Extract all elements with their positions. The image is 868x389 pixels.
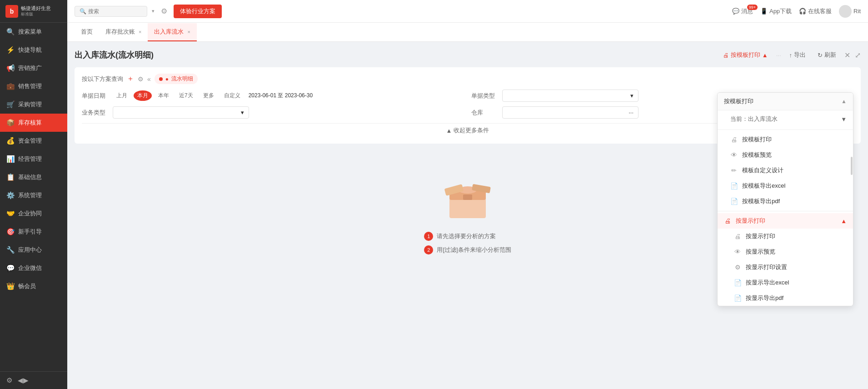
display-preview-label: 按显示预览 [746, 248, 775, 256]
search-input[interactable] [88, 8, 125, 15]
filter-collapse-icon[interactable]: « [147, 75, 151, 83]
doc-type-select[interactable]: ▾ [502, 90, 639, 102]
tab-flow-close-icon[interactable]: × [187, 29, 190, 35]
tab-flow-label: 出入库流水 [154, 28, 184, 36]
sidebar-item-operations[interactable]: 📊 经营管理 [0, 150, 67, 168]
topbar-chevron-icon[interactable]: ▾ [152, 8, 155, 14]
app-download-item[interactable]: 📱 App下载 [760, 7, 792, 15]
sidebar-item-system[interactable]: ⚙️ 系统管理 [0, 186, 67, 204]
topbar-gear-icon[interactable]: ⚙ [161, 7, 167, 15]
date-more-btn[interactable]: 更多 [200, 90, 218, 101]
active-filter-tag[interactable]: ● 流水明细 [155, 74, 198, 84]
warehouse-select[interactable]: ··· [502, 106, 639, 119]
export-button[interactable]: ↑ 导出 [786, 49, 810, 61]
business-type-filter-field: 业务类型 ▾ [82, 106, 464, 119]
basic-icon: 📋 [6, 173, 15, 181]
svg-rect-2 [463, 194, 472, 200]
template-design-label: 模板自定义设计 [742, 166, 783, 175]
dropdown-item-display-preview[interactable]: 👁 按显示预览 [718, 244, 853, 259]
tab-home[interactable]: 首页 [75, 23, 99, 41]
display-pdf-icon: 📄 [734, 294, 741, 302]
topbar-search-box[interactable]: 🔍 [75, 6, 147, 17]
dropdown-item-template-design[interactable]: ✏ 模板自定义设计 [718, 163, 853, 178]
dropdown-item-display-pdf[interactable]: 📄 按显示导出pdf [718, 290, 853, 306]
main-area: 🔍 ▾ ⚙ 体验行业方案 💬 消息 99+ 📱 App下载 🎧 在线客服 Rit [67, 0, 868, 389]
sidebar-footer: ⚙ ◀▶ [0, 371, 67, 389]
display-settings-label: 按显示打印设置 [746, 263, 787, 271]
current-template-label: 当前：出入库流水 [730, 115, 778, 123]
online-service-item[interactable]: 🎧 在线客服 [799, 7, 832, 15]
date-year-btn[interactable]: 本年 [155, 90, 173, 101]
dropdown-item-display-excel[interactable]: 📄 按显示导出excel [718, 275, 853, 290]
dropdown-current-template[interactable]: 当前：出入库流水 ▼ [718, 112, 853, 126]
step-1: 1 请先选择要分析的方案 [424, 232, 511, 241]
system-icon: ⚙️ [6, 191, 15, 199]
template-print-label: 按模板打印 [742, 135, 772, 144]
sidebar-item-quick-nav[interactable]: ⚡ 快捷导航 [0, 41, 67, 59]
marketing-icon: 📢 [6, 64, 15, 72]
sidebar-item-sales[interactable]: 💼 销售管理 [0, 77, 67, 95]
date-custom-btn[interactable]: 自定义 [220, 90, 244, 101]
display-excel-icon: 📄 [734, 279, 741, 286]
sidebar-item-appstore[interactable]: 🔧 应用中心 [0, 241, 67, 259]
filter-setting-icon[interactable]: ⚙ [138, 75, 144, 83]
topbar-right: 💬 消息 99+ 📱 App下载 🎧 在线客服 Rit [732, 5, 861, 18]
user-item[interactable]: Rit [839, 5, 861, 18]
dropdown-item-template-print[interactable]: 🖨 按模板打印 [718, 132, 853, 147]
dropdown-item-template-excel[interactable]: 📄 按模板导出excel [718, 178, 853, 194]
sidebar-item-finance[interactable]: 💰 资金管理 [0, 132, 67, 150]
sidebar-item-vip[interactable]: 👑 畅会员 [0, 277, 67, 295]
scroll-thumb[interactable] [851, 157, 853, 175]
business-type-select[interactable]: ▾ [113, 106, 249, 119]
sidebar-item-guide[interactable]: 🎯 新手引导 [0, 223, 67, 241]
sales-icon: 💼 [6, 82, 15, 90]
expand-icon[interactable]: ⤢ [855, 51, 861, 60]
date-prev-month-btn[interactable]: 上月 [113, 90, 131, 101]
dropdown-item-template-pdf[interactable]: 📄 按模板导出pdf [718, 194, 853, 209]
sidebar-item-collab[interactable]: 🤝 企业协同 [0, 204, 67, 223]
close-icon[interactable]: ✕ [844, 51, 850, 60]
sidebar-item-basic[interactable]: 📋 基础信息 [0, 168, 67, 186]
sidebar-item-purchase[interactable]: 🛒 采购管理 [0, 95, 67, 114]
tab-batch-account-label: 库存批次账 [105, 28, 135, 36]
filter-add-icon[interactable]: ＋ [127, 74, 134, 84]
dropdown-item-display-print[interactable]: 🖨 按显示打印 [718, 229, 853, 244]
step-2: 2 用[过滤]条件来缩小分析范围 [424, 245, 511, 254]
sidebar-item-marketing[interactable]: 📢 营销推广 [0, 59, 67, 77]
sidebar-item-label: 畅会员 [18, 282, 36, 290]
refresh-icon: ↻ [818, 52, 823, 59]
tab-batch-close-icon[interactable]: × [139, 29, 141, 35]
purchase-icon: 🛒 [6, 100, 15, 109]
dropdown-header: 按模板打印 ▲ [718, 93, 853, 110]
chevron-up-more-icon: ▲ [446, 127, 452, 134]
display-preview-icon: 👁 [734, 248, 741, 255]
collapse-more-label: 收起更多条件 [454, 126, 489, 135]
sidebar-item-inventory[interactable]: 📦 库存核算 [0, 114, 67, 132]
dropdown-item-template-preview[interactable]: 👁 按模板预览 [718, 147, 853, 163]
sidebar-item-search[interactable]: 🔍 搜索菜单 [0, 23, 67, 41]
pdf-small-icon: 📄 [730, 198, 738, 205]
sidebar-item-label: 系统管理 [18, 191, 42, 199]
tab-batch-account[interactable]: 库存批次账 × [99, 23, 148, 41]
operations-icon: 📊 [6, 155, 15, 163]
print-template-button[interactable]: 🖨 按模板打印 ▲ [719, 49, 772, 61]
date-current-month-btn[interactable]: 本月 [134, 90, 152, 101]
tab-flow[interactable]: 出入库流水 × [148, 23, 196, 41]
settings-footer-icon[interactable]: ⚙ [6, 376, 12, 384]
display-section-arrow-icon: ▲ [841, 218, 847, 224]
divider-1 [718, 130, 853, 130]
refresh-button[interactable]: ↻ 刷新 [814, 49, 840, 61]
sidebar-item-label: 快捷导航 [18, 46, 42, 54]
message-item[interactable]: 💬 消息 99+ [732, 7, 753, 15]
collapse-footer-icon[interactable]: ◀▶ [18, 376, 29, 384]
dropdown-item-display-settings[interactable]: ⚙ 按显示打印设置 [718, 259, 853, 275]
collab-icon: 🤝 [6, 209, 15, 218]
trial-button[interactable]: 体验行业方案 [174, 5, 222, 18]
chevron-down-business-icon: ▾ [241, 109, 244, 116]
dropdown-close-arrow-icon[interactable]: ▲ [841, 98, 847, 105]
box-svg [440, 177, 495, 223]
flash-icon: ⚡ [6, 46, 15, 54]
date-7days-btn[interactable]: 近7天 [175, 90, 197, 101]
sidebar-item-wechat[interactable]: 💬 企业微信 [0, 259, 67, 277]
preview-small-icon: 👁 [730, 151, 738, 159]
